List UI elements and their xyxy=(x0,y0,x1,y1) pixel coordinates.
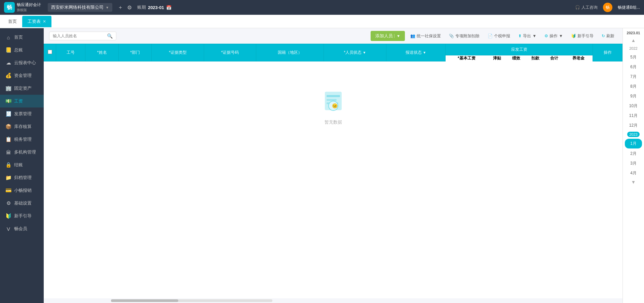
refresh-button[interactable]: ↻ 刷新 xyxy=(599,32,617,41)
sidebar-label-ledger: 总账 xyxy=(14,47,23,53)
sidebar-item-invoice[interactable]: 🧾 发票管理 xyxy=(0,107,44,120)
th-region: 国籍（地区） xyxy=(256,44,324,61)
deduct-icon: 📎 xyxy=(449,34,454,38)
sidebar-item-home[interactable]: ⌂ 首页 xyxy=(0,31,44,44)
sidebar-item-fund[interactable]: 💰 资金管理 xyxy=(0,69,44,82)
tab-salary[interactable]: 工资表 ✕ xyxy=(22,16,51,27)
empty-row: 😐 暂无数据 xyxy=(44,61,622,152)
period-label-text: 账期 xyxy=(137,4,146,10)
th-dept: *部门 xyxy=(118,44,151,61)
svg-rect-1 xyxy=(327,95,340,97)
special-deduct-button[interactable]: 📎 专项附加扣除 xyxy=(446,32,482,41)
company-selector[interactable]: 西安虾米网络科技有限公司 ▼ xyxy=(48,3,112,12)
month-2022-6[interactable]: 6月 xyxy=(623,62,644,72)
calendar-icon[interactable]: 📅 xyxy=(166,5,172,10)
sidebar-item-archive[interactable]: 📁 归档管理 xyxy=(0,171,44,184)
add-employee-label: 添加人员 xyxy=(375,33,393,39)
sidebar-item-ledger[interactable]: 📒 总账 xyxy=(0,44,44,56)
month-2022-5[interactable]: 5月 xyxy=(623,52,644,62)
scroll-up-arrow[interactable]: ▲ xyxy=(630,36,637,44)
th-checkbox[interactable] xyxy=(44,44,56,61)
month-2023-1[interactable]: 1月 xyxy=(625,139,642,148)
th-total: 合计 xyxy=(545,55,564,61)
invoice-icon: 🧾 xyxy=(5,111,11,117)
inventory-icon: 📦 xyxy=(5,124,11,130)
expense-icon: 💳 xyxy=(5,187,11,193)
select-all-checkbox[interactable] xyxy=(48,50,52,54)
tab-home[interactable]: 首页 xyxy=(3,16,22,27)
scroll-down-arrow[interactable]: ▼ xyxy=(630,178,637,186)
tax-icon: 📋 xyxy=(5,136,11,142)
logo-area: 畅 畅应通好会计 旗舰版 xyxy=(4,2,48,13)
multi-org-icon: 🏛 xyxy=(5,149,11,155)
sidebar-label-multi-org: 多机构管理 xyxy=(14,149,36,155)
add-company-button[interactable]: ＋ xyxy=(118,4,123,11)
add-employee-button[interactable]: 添加人员 ▼ xyxy=(371,31,405,41)
sidebar-label-home: 首页 xyxy=(14,34,23,40)
prev-year-label: 2022 xyxy=(629,44,637,52)
sidebar-item-guide[interactable]: 🔰 新手引导 xyxy=(0,210,44,222)
sidebar-item-vip[interactable]: V 畅会员 xyxy=(0,222,44,235)
salary-table: 工号 *姓名 *部门 *证据类型 *证据号码 国籍（地区） *人员状态 ▼ 报送… xyxy=(44,44,622,152)
export-button[interactable]: ⬆ 导出 ▼ xyxy=(516,32,539,41)
right-panel-header: 2023.01 xyxy=(627,30,640,36)
operate-button[interactable]: ⚙ 操作 ▼ xyxy=(542,32,566,41)
month-2023-4[interactable]: 4月 xyxy=(623,168,644,178)
sidebar-item-close[interactable]: 🔒 结账 xyxy=(0,159,44,171)
cloud-icon: ☁ xyxy=(5,60,11,66)
sidebar-item-expense[interactable]: 💳 小畅报销 xyxy=(0,184,44,197)
tax-report-button[interactable]: 📄 个税申报 xyxy=(485,32,513,41)
settings-icon-button[interactable]: ⚙ xyxy=(127,4,132,11)
sidebar-item-cloud-report[interactable]: ☁ 云报表中心 xyxy=(0,56,44,69)
user-name: 畅捷通B组... xyxy=(618,5,640,10)
support-button[interactable]: 🎧 人工咨询 xyxy=(575,5,598,10)
month-2022-9[interactable]: 9月 xyxy=(623,91,644,101)
sidebar-label-tax: 税务管理 xyxy=(14,136,32,142)
settings-icon: ⚙ xyxy=(5,200,11,206)
month-2022-12[interactable]: 12月 xyxy=(623,121,644,130)
company-name: 西安虾米网络科技有限公司 xyxy=(51,4,104,10)
sidebar-label-fund: 资金管理 xyxy=(14,73,32,79)
sidebar-item-tax[interactable]: 📋 税务管理 xyxy=(0,133,44,146)
month-2022-8[interactable]: 8月 xyxy=(623,82,644,91)
operate-label: 操作 xyxy=(550,33,558,39)
table-container[interactable]: 工号 *姓名 *部门 *证据类型 *证据号码 国籍（地区） *人员状态 ▼ 报送… xyxy=(44,44,622,298)
search-icon: 🔍 xyxy=(107,33,113,39)
sidebar-item-inventory[interactable]: 📦 库存核算 xyxy=(0,120,44,133)
sidebar-label-inventory: 库存核算 xyxy=(14,124,32,130)
th-deduct: 扣款 xyxy=(526,55,545,61)
th-ops: 操作 xyxy=(593,44,622,61)
sidebar-item-salary[interactable]: 💵 工资 xyxy=(0,95,44,107)
guide-toolbar-icon: 🔰 xyxy=(571,34,576,38)
sidebar-item-assets[interactable]: 🏢 固定资产 xyxy=(0,82,44,95)
tab-close-icon[interactable]: ✕ xyxy=(43,19,46,24)
social-security-button[interactable]: 👥 统一社保设置 xyxy=(408,32,444,41)
add-dropdown-arrow[interactable]: ▼ xyxy=(394,34,400,38)
sidebar-item-settings[interactable]: ⚙ 基础设置 xyxy=(0,197,44,210)
tab-salary-label: 工资表 xyxy=(28,18,41,25)
main-layout: ⌂ 首页 📒 总账 ☁ 云报表中心 💰 资金管理 🏢 固定资产 💵 工资 🧾 发… xyxy=(0,28,644,303)
month-2022-11[interactable]: 11月 xyxy=(623,111,644,121)
period-value: 2023-01 xyxy=(148,5,164,10)
sidebar-item-multi-org[interactable]: 🏛 多机构管理 xyxy=(0,146,44,159)
social-icon: 👥 xyxy=(410,34,415,38)
top-bar: 畅 畅应通好会计 旗舰版 西安虾米网络科技有限公司 ▼ ＋ ⚙ 账期 2023-… xyxy=(0,0,644,15)
toolbar: 🔍 添加人员 ▼ 👥 统一社保设置 📎 专项附加扣除 📄 个税申报 ⬆ 导出 xyxy=(44,28,622,44)
sidebar-label-settings: 基础设置 xyxy=(14,200,32,206)
month-2022-7[interactable]: 7月 xyxy=(623,72,644,82)
month-2022-10[interactable]: 10月 xyxy=(623,101,644,111)
month-2023-3[interactable]: 3月 xyxy=(623,159,644,168)
empty-text: 暂无数据 xyxy=(325,119,342,125)
scroll-bar-area xyxy=(44,298,622,303)
guide-button[interactable]: 🔰 新手引导 xyxy=(568,32,596,41)
empty-icon: 😐 xyxy=(320,88,347,115)
month-2023-2[interactable]: 2月 xyxy=(623,149,644,159)
app-name: 畅应通好会计 xyxy=(17,2,41,8)
h-scrollbar[interactable] xyxy=(111,299,272,302)
salary-icon: 💵 xyxy=(5,98,11,104)
deduct-label: 专项附加扣除 xyxy=(455,33,480,39)
sidebar: ⌂ 首页 📒 总账 ☁ 云报表中心 💰 资金管理 🏢 固定资产 💵 工资 🧾 发… xyxy=(0,28,44,303)
th-pension: 养老金 xyxy=(564,55,593,61)
company-dropdown-icon: ▼ xyxy=(106,6,109,9)
search-input[interactable] xyxy=(53,34,105,38)
